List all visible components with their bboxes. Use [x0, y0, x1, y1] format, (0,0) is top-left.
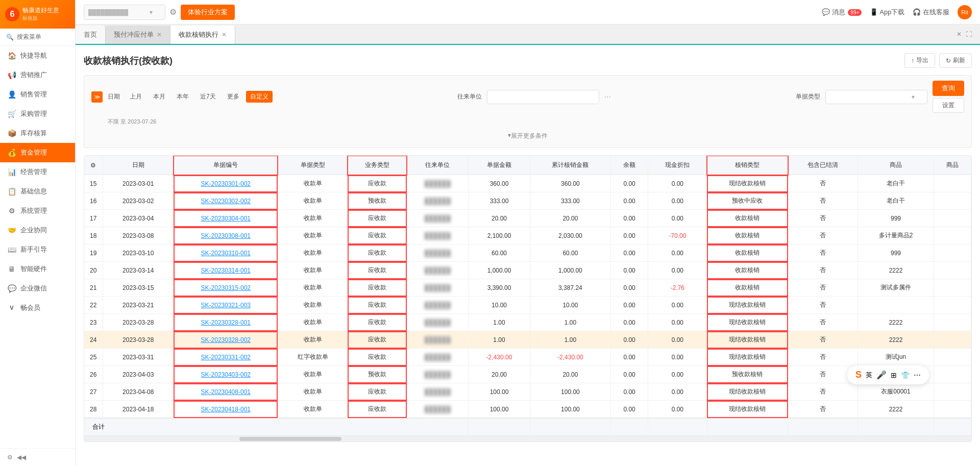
settings-gear-icon[interactable]: ⚙ — [169, 7, 177, 17]
this-month-btn[interactable]: 本月 — [149, 90, 170, 103]
doc-no-link[interactable]: SK-20230321-003 — [201, 302, 251, 309]
th-include-settled[interactable]: 包含已结清 — [788, 156, 858, 175]
doc-no-link[interactable]: SK-20230315-002 — [201, 284, 251, 291]
cell-biz-type: 应收款 — [348, 279, 407, 297]
doc-no-link[interactable]: SK-20230304-001 — [201, 215, 251, 222]
cell-amount: 100.00 — [469, 401, 530, 419]
doc-no-link[interactable]: SK-20230331-002 — [201, 354, 251, 361]
sidebar-item-basics[interactable]: 📋 基础信息 — [0, 182, 75, 201]
app-download-item[interactable]: 📱 App下载 — [870, 8, 904, 17]
topbar-left: ██████████ ▾ ⚙ 体验行业方案 — [84, 5, 816, 20]
sidebar-item-purchase[interactable]: 🛒 采购管理 — [0, 104, 75, 124]
hardware-icon: 🖥 — [7, 265, 16, 273]
tab-prepay-close[interactable]: ✕ — [157, 31, 162, 38]
partner-input[interactable] — [487, 90, 599, 104]
cell-amount: 60.00 — [469, 244, 530, 262]
cell-discount: 0.00 — [648, 262, 707, 279]
maximize-icon[interactable]: ⛶ — [966, 31, 972, 38]
sidebar-item-sales[interactable]: 👤 销售管理 — [0, 85, 75, 104]
doc-no-link[interactable]: SK-20230310-001 — [201, 250, 251, 257]
th-partner[interactable]: 往来单位 — [407, 156, 469, 175]
ime-shirt[interactable]: 👕 — [901, 371, 910, 379]
tab-receipt-writeoff[interactable]: 收款核销执行 ✕ — [170, 26, 235, 44]
user-avatar[interactable]: Rit — [958, 5, 972, 19]
filter-settings-btn[interactable]: 设置 — [933, 98, 964, 113]
doc-no-link[interactable]: SK-20230408-001 — [201, 388, 251, 396]
cell-writeoff-type: 现结收款核销 — [707, 331, 788, 349]
doc-no-link[interactable]: SK-20230328-001 — [201, 319, 251, 326]
th-doc-type[interactable]: 单据类型 — [278, 156, 348, 175]
this-year-btn[interactable]: 本年 — [172, 90, 193, 103]
cell-writeoff-amt: 1.00 — [530, 314, 610, 331]
cell-partner: ██████ — [407, 297, 469, 314]
doc-type-select[interactable]: ▾ — [825, 90, 927, 104]
cell-partner: ██████ — [407, 314, 469, 331]
cell-no: 27 — [84, 383, 103, 401]
doc-no-link[interactable]: SK-20230314-001 — [201, 267, 251, 274]
last-month-btn[interactable]: 上月 — [125, 90, 146, 103]
query-btn[interactable]: 查询 — [933, 81, 964, 96]
org-selector[interactable]: ██████████ ▾ — [84, 5, 165, 20]
export-btn[interactable]: ↑ 导出 — [904, 53, 935, 68]
th-doc-no[interactable]: 单据编号 — [174, 156, 278, 175]
inventory-icon: 📦 — [7, 129, 16, 137]
sidebar-item-label: 采购管理 — [20, 109, 47, 118]
sidebar-item-guide[interactable]: 📖 新手引导 — [0, 240, 75, 259]
ime-mic[interactable]: 🎤 — [876, 370, 887, 380]
online-support-item[interactable]: 🎧 在线客服 — [913, 8, 949, 17]
sidebar-item-wechat[interactable]: 💬 企业微信 — [0, 279, 75, 298]
sidebar-item-marketing[interactable]: 📢 营销推广 — [0, 65, 75, 85]
sidebar-item-operations[interactable]: 📊 经营管理 — [0, 162, 75, 182]
filter-collapse-btn[interactable]: ≫ — [91, 91, 103, 103]
doc-no-link[interactable]: SK-20230418-001 — [201, 406, 251, 413]
th-settings[interactable]: ⚙ — [84, 156, 103, 175]
doc-no-link[interactable]: SK-20230308-001 — [201, 232, 251, 239]
doc-no-link[interactable]: SK-20230328-002 — [201, 336, 251, 344]
doc-no-link[interactable]: SK-20230301-002 — [201, 180, 251, 187]
close-icon[interactable]: ✕ — [957, 31, 962, 38]
solution-btn[interactable]: 体验行业方案 — [181, 5, 235, 20]
th-date[interactable]: 日期 — [103, 156, 174, 175]
th-balance[interactable]: 余额 — [611, 156, 648, 175]
th-biz-type[interactable]: 业务类型 — [348, 156, 407, 175]
cell-partner: ██████ — [407, 210, 469, 227]
th-goods[interactable]: 商品 — [858, 156, 934, 175]
table-scrollbar[interactable] — [84, 435, 971, 442]
th-writeoff-amt[interactable]: 累计核销金额 — [530, 156, 610, 175]
sidebar-item-enterprise[interactable]: 🤝 企业协同 — [0, 220, 75, 240]
last-7days-btn[interactable]: 近7天 — [195, 90, 220, 103]
doc-no-link[interactable]: SK-20230403-002 — [201, 371, 251, 378]
sidebar-item-system[interactable]: ⚙ 系统管理 — [0, 201, 75, 220]
custom-btn[interactable]: 自定义 — [246, 91, 273, 103]
th-goods2[interactable]: 商品 — [934, 156, 971, 175]
cell-discount: 0.00 — [648, 366, 707, 383]
settings-icon[interactable]: ⚙ — [7, 454, 13, 461]
th-amount[interactable]: 单据金额 — [469, 156, 530, 175]
search-menu[interactable]: 🔍 搜索菜单 — [0, 29, 75, 46]
ime-grid[interactable]: ⊞ — [891, 371, 897, 379]
tab-receipt-label: 收款核销执行 — [179, 30, 218, 39]
app-name: 畅康道好生意 — [22, 7, 59, 15]
th-writeoff-type[interactable]: 核销类型 — [707, 156, 788, 175]
sidebar-item-finance[interactable]: 💰 资金管理 — [0, 143, 75, 162]
tab-home[interactable]: 首页 — [76, 26, 106, 44]
th-discount[interactable]: 现金折扣 — [648, 156, 707, 175]
sidebar-item-label: 库存核算 — [20, 129, 47, 138]
doc-no-link[interactable]: SK-20230302-002 — [201, 198, 251, 205]
collapse-icon[interactable]: ◀◀ — [17, 454, 26, 461]
more-btn[interactable]: 更多 — [223, 90, 244, 103]
ime-more[interactable]: ⋯ — [914, 371, 921, 379]
tab-receipt-close[interactable]: ✕ — [222, 31, 227, 38]
refresh-label: 刷新 — [953, 56, 965, 65]
sidebar-item-hardware[interactable]: 🖥 智能硬件 — [0, 259, 75, 279]
tab-prepay-payable[interactable]: 预付冲应付单 ✕ — [106, 26, 170, 44]
sidebar-item-inventory[interactable]: 📦 库存核算 — [0, 124, 75, 143]
refresh-btn[interactable]: ↻ 刷新 — [939, 53, 972, 68]
cell-date: 2023-03-15 — [103, 279, 174, 297]
sidebar-item-quick-nav[interactable]: 🏠 快捷导航 — [0, 46, 75, 65]
cell-doc-type: 收款单 — [278, 383, 348, 401]
messages-item[interactable]: 💬 消息 99+ — [822, 8, 862, 17]
cell-amount: -2,430.00 — [469, 349, 530, 366]
expand-row[interactable]: ▾ 展开更多条件 — [91, 130, 964, 142]
sidebar-item-member[interactable]: V 畅会员 — [0, 298, 75, 317]
